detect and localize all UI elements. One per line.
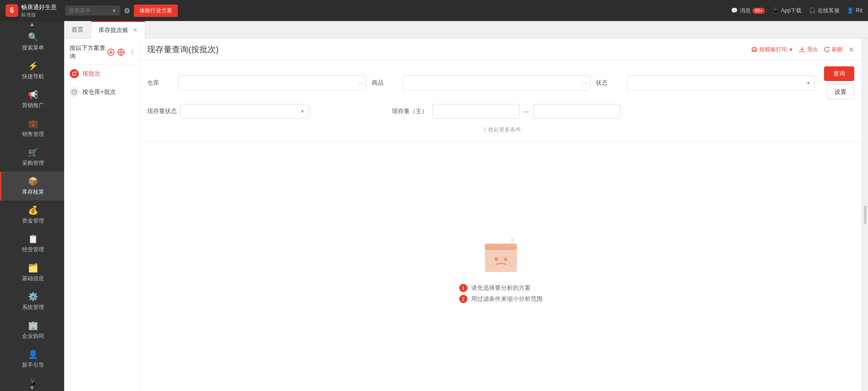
newuser-icon: 👤 (28, 349, 38, 359)
print-icon (751, 46, 758, 53)
page-title: 现存量查询(按批次) (147, 44, 219, 55)
svg-rect-14 (485, 247, 517, 272)
left-panel-collapse-button[interactable]: 《 (127, 48, 134, 56)
step-2-text: 用过滤条件来缩小分析范围 (471, 295, 543, 303)
operations-icon: 📋 (28, 234, 38, 244)
content-area: 首页 库存批次账 ✕ 按以下方案查询 (64, 21, 868, 391)
inventory-status-select[interactable]: ▼ (181, 104, 309, 119)
sidebar-scroll-up[interactable]: ▲ (0, 21, 64, 27)
enterprise-label: 企业协同 (22, 332, 44, 340)
sidebar-item-enterprise[interactable]: 🏢 企业协同 (0, 316, 64, 345)
sidebar: ▲ 🔍 搜索菜单 ⚡ 快捷导航 📢 营销推广 💼 销售管理 🛒 采购管理 📦 库… (0, 21, 64, 391)
sidebar-item-sales[interactable]: 💼 销售管理 (0, 114, 64, 143)
clock-icon (71, 89, 77, 95)
sales-label: 销售管理 (22, 130, 44, 138)
tab-home[interactable]: 首页 (64, 21, 91, 38)
sidebar-item-marketing[interactable]: 📢 营销推广 (0, 85, 64, 114)
quick-nav-label: 快捷导航 (22, 73, 44, 81)
user-name: Rit (856, 7, 863, 14)
product-input-wrapper: ··· (403, 76, 591, 90)
sidebar-item-newuser[interactable]: 👤 新手引导 (0, 345, 64, 374)
scheme-by-warehouse-batch[interactable]: 按仓库+批次 (64, 83, 139, 101)
print-template-button[interactable]: 按模板打印 ▼ (751, 46, 793, 54)
top-header: 6 畅康通好生意 标准版 ▼ ⚙ 体验行业方案 💬 消息 99+ 📱 App下载… (0, 0, 868, 21)
plus-icon (107, 49, 115, 56)
sidebar-item-purchase[interactable]: 🛒 采购管理 (0, 143, 64, 172)
warehouse-dots-button[interactable]: ··· (359, 80, 363, 86)
app-download-button[interactable]: 📱 App下载 (772, 7, 802, 15)
page-title-actions: 按模板打印 ▼ 导出 (751, 45, 854, 54)
online-support-button[interactable]: 🎧 在线客服 (809, 7, 840, 15)
search-menu-label: 搜索菜单 (22, 44, 44, 52)
collapse-label: 收起更多条件 (488, 126, 521, 134)
status-select[interactable]: ▼ (627, 76, 815, 90)
warehouse-field: 仓库 ··· (147, 76, 366, 90)
search-menu-icon: 🔍 (28, 32, 38, 42)
product-field: 商品 ··· (372, 76, 591, 90)
search-area: ▼ (65, 5, 120, 16)
empty-steps: 1 请先选择要分析的方案 2 用过滤条件来缩小分析范围 (459, 284, 543, 303)
user-avatar[interactable]: 👤 Rit (847, 7, 863, 14)
status-label: 状态 (596, 79, 623, 87)
empty-illustration (478, 231, 524, 277)
product-dots-button[interactable]: ··· (583, 80, 588, 86)
messages-label: 消息 (740, 7, 751, 15)
sidebar-item-base[interactable]: 🗂️ 基础信息 (0, 258, 64, 287)
scheme-by-batch-label: 按批次 (82, 70, 100, 78)
sidebar-item-system[interactable]: ⚙️ 系统管理 (0, 287, 64, 316)
sidebar-item-operations[interactable]: 📋 经营管理 (0, 229, 64, 258)
tab-inventory-batch[interactable]: 库存批次账 ✕ (91, 21, 145, 38)
header-gear-button[interactable]: ⚙ (124, 6, 130, 15)
sidebar-item-search-menu[interactable]: 🔍 搜索菜单 (0, 27, 64, 56)
refresh-button[interactable]: 刷新 (824, 46, 843, 54)
refresh-label: 刷新 (832, 46, 843, 54)
empty-step-1: 1 请先选择要分析的方案 (459, 284, 543, 292)
sidebar-item-finance[interactable]: 💰 资金管理 (0, 201, 64, 229)
filter-row-2: 现存量状态 ▼ 现存量（主） — (147, 104, 854, 119)
scheme-by-warehouse-batch-label: 按仓库+批次 (82, 88, 116, 96)
warehouse-input-wrapper: ··· (178, 76, 366, 90)
purchase-label: 采购管理 (22, 159, 44, 167)
trial-button[interactable]: 体验行业方案 (134, 5, 178, 17)
export-label: 导出 (807, 46, 818, 54)
page-content: 按以下方案查询 (64, 38, 868, 391)
scheme-by-batch[interactable]: 按批次 (64, 65, 139, 83)
app-version: 标准版 (21, 11, 57, 18)
left-panel-title: 按以下方案查询 (70, 44, 107, 60)
collapse-icon: 《 (481, 126, 486, 134)
inventory-qty-from[interactable] (432, 104, 519, 119)
svg-point-18 (511, 238, 514, 242)
sidebar-item-inventory[interactable]: 📦 库存核算 (0, 172, 64, 201)
scheme-settings-button[interactable] (117, 49, 125, 56)
filter-settings-button[interactable]: 设置 (827, 85, 854, 99)
step-num-1: 1 (459, 284, 467, 292)
page-close-button[interactable]: ✕ (848, 45, 854, 54)
left-panel: 按以下方案查询 (64, 38, 140, 391)
svg-point-17 (504, 257, 507, 261)
sidebar-item-quick-nav[interactable]: ⚡ 快捷导航 (0, 56, 64, 85)
tab-close-icon[interactable]: ✕ (133, 27, 137, 33)
page-title-bar: 现存量查询(按批次) 按模板打印 ▼ (140, 38, 862, 61)
range-dash: — (523, 108, 530, 115)
scheme-active-icon (70, 69, 79, 78)
warehouse-input[interactable] (178, 76, 366, 90)
tab-bar: 首页 库存批次账 ✕ (64, 21, 868, 38)
inventory-batch-tab-label: 库存批次账 (99, 26, 128, 34)
collapse-more[interactable]: 《 收起更多条件 (147, 123, 854, 136)
query-button[interactable]: 查询 (824, 66, 854, 81)
add-scheme-button[interactable] (107, 49, 115, 56)
product-input[interactable] (403, 76, 591, 90)
empty-state: 1 请先选择要分析的方案 2 用过滤条件来缩小分析范围 (140, 142, 862, 391)
export-button[interactable]: 导出 (799, 46, 818, 54)
messages-button[interactable]: 💬 消息 99+ (731, 7, 765, 15)
quick-nav-icon: ⚡ (28, 61, 38, 71)
inventory-status-field: 现存量状态 ▼ (147, 104, 375, 119)
right-scrollbar[interactable] (862, 38, 868, 391)
status-field: 状态 ▼ (596, 76, 815, 90)
inventory-status-label: 现存量状态 (147, 107, 177, 115)
filter-area: 仓库 ··· 商品 ··· (140, 61, 862, 142)
messages-badge: 99+ (753, 8, 765, 14)
sidebar-scroll-down[interactable]: ▼ (0, 385, 64, 391)
app-download-label: App下载 (781, 7, 802, 15)
inventory-qty-to[interactable] (533, 104, 621, 119)
